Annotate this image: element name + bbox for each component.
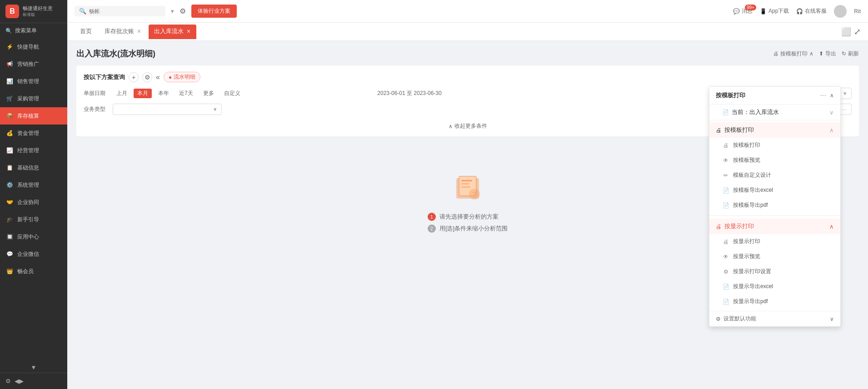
footer-label: 设置默认功能: [723, 315, 756, 323]
filter-collapse-icon[interactable]: «: [156, 73, 160, 81]
svg-rect-4: [461, 183, 469, 185]
filter-settings-button[interactable]: ⚙: [142, 72, 152, 82]
dropdown-divider: [709, 215, 840, 216]
tab-flow[interactable]: 出入库流水 ✕: [149, 25, 196, 39]
refresh-button[interactable]: ↻ 刷新: [842, 50, 859, 58]
item-icon-template-design: ✏: [722, 172, 729, 179]
print-button[interactable]: 🖨 按模板打印 ∧: [773, 50, 813, 58]
template-section-chevron: ∧: [829, 127, 834, 134]
print-label: 按模板打印: [780, 50, 808, 58]
sidebar-item-basic[interactable]: 📋基础信息: [0, 159, 67, 176]
tab-expand-icon[interactable]: ⤢: [854, 27, 861, 37]
topbar-chevron-icon[interactable]: ▾: [171, 8, 174, 15]
dropdown-chevron-icon[interactable]: ∧: [830, 92, 834, 99]
dropdown-footer[interactable]: ⚙ 设置默认功能 ∨: [709, 311, 840, 326]
dropdown-item-display-preview[interactable]: 👁按显示预览: [709, 249, 840, 264]
dropdown-item-template-preview[interactable]: 👁按模板预览: [709, 153, 840, 168]
sidebar-item-member[interactable]: 👑畅会员: [0, 263, 67, 280]
tab-home-label: 首页: [80, 27, 92, 35]
app-logo: B 畅捷通好生意 标准版: [0, 0, 67, 23]
export-button[interactable]: ⬆ 导出: [819, 50, 836, 58]
date-range-display: 2023-06-01 至 2023-06-30: [377, 90, 441, 97]
message-button[interactable]: 💬 消息 99+: [733, 7, 753, 15]
dropdown-more-icon[interactable]: ···: [820, 91, 826, 100]
settings-bottom-icon[interactable]: ⚙: [5, 378, 11, 384]
item-label-template-design: 模板自定义设计: [733, 171, 771, 179]
sidebar-item-appcenter[interactable]: 🔲应用中心: [0, 228, 67, 245]
sidebar-item-guide[interactable]: 🎓新手引导: [0, 211, 67, 228]
tab-batch-label: 库存批次账: [105, 27, 134, 35]
collapse-bottom-icon[interactable]: ◀▶: [15, 378, 24, 384]
template-print-title: 🖨 按模板打印: [716, 126, 754, 134]
sidebar-item-operation[interactable]: 📈经营管理: [0, 142, 67, 159]
display-print-label: 按显示打印: [724, 222, 754, 230]
dropdown-item-template-export-pdf[interactable]: 📄按模板导出pdf: [709, 198, 840, 213]
nav-label-finance: 资金管理: [17, 130, 39, 137]
sidebar-item-finance[interactable]: 💰资金管理: [0, 125, 67, 142]
app-version: 标准版: [23, 12, 53, 18]
dropdown-item-display-print-item[interactable]: 🖨按显示打印: [709, 234, 840, 249]
dropdown-item-display-export-excel[interactable]: 📄按显示导出excel: [709, 279, 840, 294]
sidebar-item-sales[interactable]: 📊销售管理: [0, 73, 67, 90]
app-name: 畅捷通好生意: [23, 5, 53, 11]
dropdown-item-template-print-item[interactable]: 🖨按模板打印: [709, 138, 840, 153]
nav-icon-system: ⚙️: [5, 181, 14, 189]
date-option-更多[interactable]: 更多: [200, 89, 218, 98]
user-avatar[interactable]: [834, 5, 847, 18]
nav-label-member: 畅会员: [17, 268, 34, 275]
date-option-本年[interactable]: 本年: [155, 89, 173, 98]
date-option-上月[interactable]: 上月: [113, 89, 131, 98]
display-print-header[interactable]: 🖨 按显示打印 ∧: [709, 219, 840, 234]
date-option-本月[interactable]: 本月: [134, 89, 152, 98]
template-print-header[interactable]: 🖨 按模板打印 ∧: [709, 122, 840, 138]
dropdown-current-inner: 📄 当前：出入库流水: [722, 108, 779, 116]
cta-button[interactable]: 体验行业方案: [191, 5, 237, 18]
tab-batch[interactable]: 库存批次账 ✕: [99, 25, 147, 39]
date-option-自定义[interactable]: 自定义: [220, 89, 244, 98]
sidebar-item-corp[interactable]: 🤝企业协同: [0, 194, 67, 211]
item-label-display-preview: 按显示预览: [733, 253, 760, 260]
dropdown-item-display-print-settings[interactable]: ⚙按显示打印设置: [709, 264, 840, 279]
sidebar-item-system[interactable]: ⚙️系统管理: [0, 176, 67, 194]
item-label-display-print-item: 按显示打印: [733, 238, 760, 245]
date-option-近7天[interactable]: 近7天: [175, 89, 197, 98]
topbar-gear-icon[interactable]: ⚙: [180, 7, 186, 15]
tab-home[interactable]: 首页: [75, 25, 97, 39]
dropdown-item-template-export-excel[interactable]: 📄按模板导出excel: [709, 183, 840, 198]
date-filter-label: 单据日期: [84, 90, 105, 97]
nav-label-marketing: 营销推广: [17, 60, 39, 68]
sidebar-item-wechat[interactable]: 💬企业微信: [0, 245, 67, 263]
app-download-button[interactable]: 📱 App下载: [760, 7, 789, 15]
active-filter-tag[interactable]: ● 流水明细: [164, 72, 200, 82]
refresh-label: 刷新: [848, 50, 859, 58]
item-icon-template-export-excel: 📄: [722, 187, 729, 194]
sidebar-item-purchase[interactable]: 🛒采购管理: [0, 90, 67, 107]
svg-rect-5: [461, 186, 470, 188]
dropdown-item-display-export-pdf[interactable]: 📄按显示导出pdf: [709, 294, 840, 309]
tab-flow-close[interactable]: ✕: [186, 28, 191, 35]
sidebar-item-inventory[interactable]: 📦库存核算: [0, 107, 67, 125]
tab-restore-icon[interactable]: ⬜: [841, 27, 851, 37]
current-label-icon: 📄: [722, 109, 729, 115]
page-actions: 🖨 按模板打印 ∧ ⬆ 导出 ↻ 刷新: [773, 50, 859, 58]
sidebar-item-quick-nav[interactable]: ⚡快捷导航: [0, 38, 67, 55]
nav-icon-guide: 🎓: [5, 215, 14, 224]
topbar-search-input[interactable]: [89, 8, 144, 15]
sidebar-scroll-down[interactable]: ▼: [0, 362, 67, 373]
topbar-search-box[interactable]: 🔍: [75, 6, 165, 16]
tab-batch-close[interactable]: ✕: [137, 28, 141, 35]
online-service-button[interactable]: 🎧 在线客服: [796, 7, 827, 15]
footer-gear-icon: ⚙: [716, 316, 721, 322]
dropdown-item-template-design[interactable]: ✏模板自定义设计: [709, 168, 840, 183]
filter-add-button[interactable]: +: [129, 72, 139, 82]
biz-type-select[interactable]: ▾: [113, 104, 222, 115]
step-1-text: 请先选择要分析的方案: [439, 213, 499, 221]
page-content: 出入库流水(流水明细) 🖨 按模板打印 ∧ ⬆ 导出 ↻ 刷新: [67, 41, 868, 389]
dropdown-current[interactable]: 📄 当前：出入库流水 ∨: [709, 105, 840, 120]
search-menu[interactable]: 🔍 搜索菜单: [0, 23, 67, 38]
username-label[interactable]: Rit: [854, 8, 861, 15]
empty-steps: 1 请先选择要分析的方案 2 用[选]条件来缩小分析范围: [428, 213, 508, 233]
sidebar-item-marketing[interactable]: 📢营销推广: [0, 55, 67, 73]
dropdown-title: 按模板打印: [716, 91, 745, 100]
empty-illustration: ?: [449, 169, 486, 205]
